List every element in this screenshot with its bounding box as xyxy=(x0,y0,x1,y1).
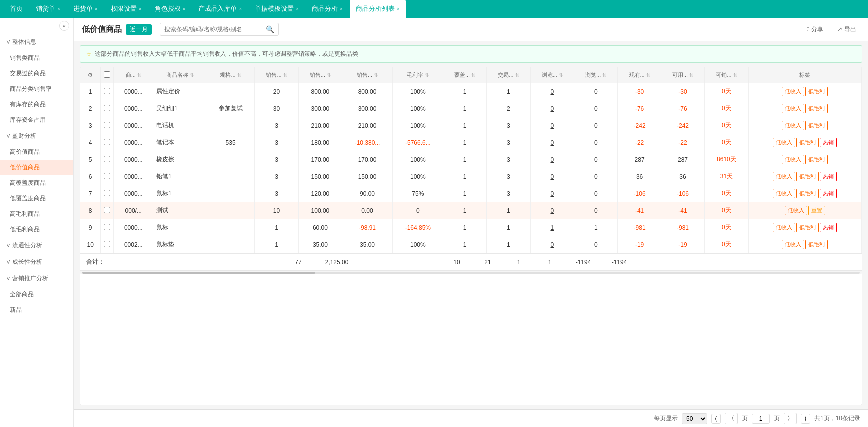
sort-icon[interactable]: ⇅ xyxy=(327,72,331,78)
nav-product-analysis[interactable]: 商品分析 × xyxy=(306,0,349,18)
row-name[interactable]: 电话机 xyxy=(153,117,207,134)
nav-close-icon[interactable]: × xyxy=(239,6,242,12)
browse-link[interactable]: 0 xyxy=(550,241,554,248)
sort-icon[interactable]: ⇅ xyxy=(237,72,241,78)
last-page-button[interactable]: ⟩ xyxy=(801,414,810,424)
nav-close-icon[interactable]: × xyxy=(296,6,299,12)
scroll-thumb[interactable] xyxy=(82,272,315,274)
sidebar-collapse-button[interactable]: « xyxy=(59,21,69,31)
browse-link[interactable]: 0 xyxy=(550,122,554,129)
browse-link[interactable]: 0 xyxy=(550,88,554,95)
row-checkbox[interactable] xyxy=(104,224,110,230)
sidebar-item-high-coverage[interactable]: 高覆盖度商品 xyxy=(0,175,73,191)
browse-link[interactable]: 0 xyxy=(550,207,554,214)
nav-product-in[interactable]: 产成品入库单 × xyxy=(192,0,248,18)
sidebar-group-marketing[interactable]: ∨ 营销推广分析 xyxy=(0,270,73,287)
row-num: 9 xyxy=(80,219,101,236)
browse-link[interactable]: 0 xyxy=(550,156,554,163)
browse-link[interactable]: 0 xyxy=(550,190,554,197)
nav-product-analysis-list[interactable]: 商品分析列表 × xyxy=(350,0,406,18)
nav-close-icon[interactable]: × xyxy=(397,6,400,12)
sidebar-item-low-margin[interactable]: 低毛利商品 xyxy=(0,222,73,237)
time-badge[interactable]: 近一月 xyxy=(126,24,152,35)
sidebar-item-new-products[interactable]: 新品 xyxy=(0,302,73,318)
sidebar-item-stock-products[interactable]: 有库存的商品 xyxy=(0,97,73,112)
browse-link[interactable]: 0 xyxy=(550,139,554,146)
sidebar-item-low-value[interactable]: 低价值商品 xyxy=(0,160,73,175)
share-button[interactable]: ⤴ 分享 xyxy=(802,23,827,36)
nav-purchase-order[interactable]: 进货单 × xyxy=(67,0,104,18)
sidebar-item-traded-products[interactable]: 交易过的商品 xyxy=(0,66,73,81)
row-checkbox[interactable] xyxy=(104,173,110,179)
row-name[interactable]: 吴细细1 xyxy=(153,100,207,117)
row-name[interactable]: 鼠标 xyxy=(153,219,207,236)
sort-icon[interactable]: ⇅ xyxy=(602,72,606,78)
sidebar-group-profit[interactable]: ∨ 盈财分析 xyxy=(0,128,73,144)
prev-page-button[interactable]: 〈 xyxy=(725,413,738,424)
row-code: 0000... xyxy=(114,219,153,236)
nav-home[interactable]: 首页 xyxy=(4,0,29,18)
nav-permission-settings[interactable]: 权限设置 × xyxy=(105,0,148,18)
row-name[interactable]: 鼠标1 xyxy=(153,185,207,202)
search-input[interactable] xyxy=(164,26,264,33)
row-checkbox[interactable] xyxy=(104,88,110,94)
browse-link[interactable]: 0 xyxy=(550,105,554,112)
row-tags: 低收入低毛利热销 xyxy=(748,185,861,202)
sort-icon[interactable]: ⇅ xyxy=(190,72,194,78)
browse-link[interactable]: 1 xyxy=(550,224,554,231)
sort-icon[interactable]: ⇅ xyxy=(283,72,287,78)
row-name[interactable]: 鼠标垫 xyxy=(153,236,207,253)
sort-icon[interactable]: ⇅ xyxy=(137,72,141,78)
sidebar-group-overall[interactable]: ∨ 整体信息 xyxy=(0,34,73,50)
col-settings[interactable]: ⚙ xyxy=(80,67,101,83)
next-page-button[interactable]: 〉 xyxy=(784,413,797,424)
sort-icon[interactable]: ⇅ xyxy=(515,72,519,78)
sort-icon[interactable]: ⇅ xyxy=(689,72,693,78)
sidebar-item-high-value[interactable]: 高价值商品 xyxy=(0,144,73,160)
sort-icon[interactable]: ⇅ xyxy=(425,72,429,78)
row-name[interactable]: 属性定价 xyxy=(153,83,207,100)
row-checkbox[interactable] xyxy=(104,241,110,247)
row-name[interactable]: 笔记本 xyxy=(153,134,207,151)
browse-link[interactable]: 0 xyxy=(550,173,554,180)
sidebar-item-stock-capital[interactable]: 库存资金占用 xyxy=(0,112,73,128)
sidebar-item-low-coverage[interactable]: 低覆盖度商品 xyxy=(0,191,73,206)
row-checkbox[interactable] xyxy=(104,190,110,196)
row-checkbox[interactable] xyxy=(104,156,110,162)
nav-role-auth[interactable]: 角色授权 × xyxy=(149,0,192,18)
row-name[interactable]: 橡皮擦 xyxy=(153,151,207,168)
sidebar-group-growth[interactable]: ∨ 成长性分析 xyxy=(0,254,73,270)
page-number-input[interactable] xyxy=(752,414,770,424)
sidebar-item-sales-products[interactable]: 销售类商品 xyxy=(0,50,73,66)
sidebar-group-liquidity[interactable]: ∨ 流通性分析 xyxy=(0,237,73,254)
nav-close-icon[interactable]: × xyxy=(340,6,343,12)
sort-icon[interactable]: ⇅ xyxy=(646,72,650,78)
sort-icon[interactable]: ⇅ xyxy=(559,72,563,78)
nav-sales-order[interactable]: 销货单 × xyxy=(30,0,66,18)
export-button[interactable]: ↗ 导出 xyxy=(833,23,860,36)
first-page-button[interactable]: ⟨ xyxy=(711,414,721,424)
row-name[interactable]: 测试 xyxy=(153,202,207,219)
row-checkbox[interactable] xyxy=(104,139,110,145)
nav-close-icon[interactable]: × xyxy=(57,6,60,12)
sidebar-item-high-margin[interactable]: 高毛利商品 xyxy=(0,206,73,222)
sort-icon[interactable]: ⇅ xyxy=(471,72,475,78)
sidebar-item-category-sales-rate[interactable]: 商品分类销售率 xyxy=(0,81,73,97)
horizontal-scrollbar[interactable] xyxy=(80,270,862,274)
settings-icon[interactable]: ⚙ xyxy=(88,72,93,78)
page-size-select[interactable]: 50 20 100 xyxy=(682,413,707,424)
row-checkbox[interactable] xyxy=(104,122,110,128)
nav-close-icon[interactable]: × xyxy=(95,6,98,12)
select-all-checkbox[interactable] xyxy=(104,71,110,78)
row-checkbox[interactable] xyxy=(104,207,110,213)
row-q10: -242 xyxy=(661,117,704,134)
search-icon[interactable]: 🔍 xyxy=(266,25,274,33)
row-checkbox[interactable] xyxy=(104,105,110,111)
nav-template-settings[interactable]: 单据模板设置 × xyxy=(249,0,305,18)
sort-icon[interactable]: ⇅ xyxy=(374,72,378,78)
sort-icon[interactable]: ⇅ xyxy=(733,72,737,78)
row-name[interactable]: 铅笔1 xyxy=(153,168,207,185)
nav-close-icon[interactable]: × xyxy=(139,6,142,12)
sidebar-item-all-products[interactable]: 全部商品 xyxy=(0,287,73,302)
nav-close-icon[interactable]: × xyxy=(183,6,186,12)
